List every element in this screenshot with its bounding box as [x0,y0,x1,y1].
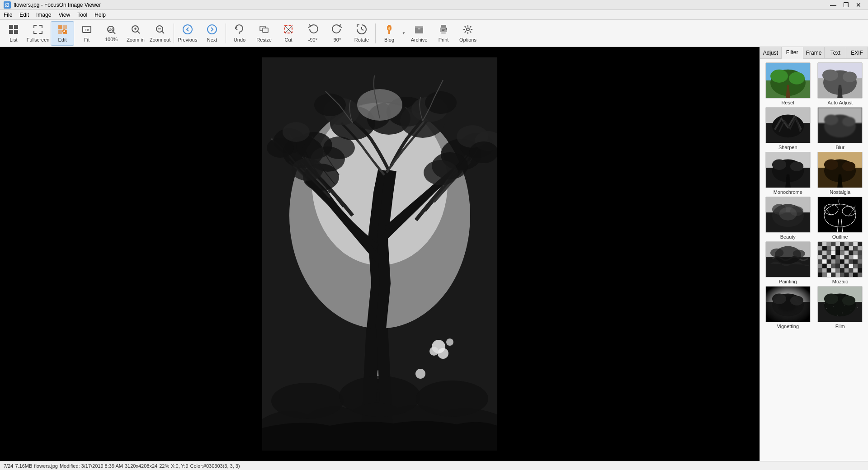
filter-film[interactable]: Film [816,286,865,329]
blog-dropdown-button[interactable]: ▼ [401,21,406,46]
svg-line-17 [137,31,140,33]
svg-point-61 [469,141,497,163]
close-button[interactable]: ✕ [853,0,864,10]
image-display[interactable] [262,57,497,451]
previous-label: Previous [178,38,198,42]
filter-film-thumb [817,286,863,322]
svg-line-21 [162,31,164,33]
svg-rect-154 [854,251,858,255]
filter-painting[interactable]: Painting [764,241,812,284]
svg-rect-197 [822,273,827,277]
svg-rect-184 [854,264,858,268]
edit-button[interactable]: Edit [51,21,74,46]
svg-point-98 [824,115,838,125]
svg-point-103 [772,160,786,170]
filter-vignetting[interactable]: Vignetting [764,286,812,329]
filter-auto-adjust[interactable]: Auto Adjust [816,62,865,105]
rotate-right-label: 90° [334,38,341,42]
menu-view[interactable]: View [55,10,74,19]
svg-rect-178 [827,264,831,268]
filter-beauty-name: Beauty [780,234,796,240]
svg-rect-34 [415,26,423,28]
rotate-icon [356,24,367,37]
svg-rect-187 [822,268,827,273]
tab-adjust[interactable]: Adjust [760,47,782,58]
filter-outline[interactable]: Outline [816,197,865,240]
svg-rect-140 [836,246,840,251]
filter-mozaic[interactable]: Mozaic [816,241,865,284]
rotate-left-button[interactable]: -90° [301,21,325,46]
svg-rect-141 [840,246,844,251]
cut-button[interactable]: Cut [277,21,300,46]
image-viewer[interactable] [0,47,760,461]
menu-image[interactable]: Image [33,10,55,19]
svg-rect-160 [836,255,840,259]
menu-edit[interactable]: Edit [16,10,33,19]
print-button[interactable]: Print [432,21,455,46]
svg-rect-26 [263,28,268,33]
print-label: Print [439,38,449,42]
svg-point-224 [837,315,838,315]
zoomout-label: Zoom out [150,38,170,42]
archive-button[interactable]: Archive [407,21,431,46]
svg-rect-192 [844,268,849,273]
svg-point-86 [789,72,805,84]
menu-help[interactable]: Help [91,10,109,19]
edit-icon [57,24,68,37]
fit-icon: Fit [81,24,92,37]
filter-reset[interactable]: Reset [764,62,812,105]
svg-point-115 [779,207,797,220]
undo-button[interactable]: Undo [228,21,251,46]
fullscreen-button[interactable]: Fullscreen [26,21,50,46]
app-icon: 🖼 [4,1,11,9]
svg-rect-190 [836,268,840,273]
rotate-right-button[interactable]: 90° [326,21,349,46]
svg-rect-145 [858,246,862,251]
svg-rect-135 [858,242,862,246]
svg-point-216 [842,296,855,305]
svg-rect-204 [854,273,858,277]
filter-blur[interactable]: Blur [816,107,865,150]
tab-filter[interactable]: Filter [782,47,803,59]
minimize-button[interactable]: — [827,0,839,10]
svg-rect-198 [827,273,831,277]
svg-rect-143 [849,246,854,251]
maximize-button[interactable]: ❐ [840,0,852,10]
filter-sharpen[interactable]: Sharpen [764,107,812,150]
filter-monochrome[interactable]: Monochrome [764,152,812,195]
previous-button[interactable]: Previous [176,21,199,46]
zoom100-button[interactable]: 100 100% [99,21,123,46]
svg-rect-181 [840,264,844,268]
status-modified: Modified: 3/17/2019 8:39 AM [60,463,123,469]
svg-point-74 [429,347,439,356]
svg-rect-147 [822,251,827,255]
tab-text[interactable]: Text [825,47,846,58]
rotate-button[interactable]: Rotate [350,21,373,46]
zoomin-button[interactable]: Zoom in [124,21,147,46]
svg-rect-39 [442,29,445,30]
svg-rect-166 [818,259,823,264]
svg-rect-155 [858,251,862,255]
svg-rect-150 [836,251,840,255]
resize-button[interactable]: Resize [252,21,276,46]
next-button[interactable]: Next [200,21,224,46]
blog-button[interactable]: Blog [377,21,401,46]
filter-nostalgia[interactable]: Nostalgia [816,152,865,195]
svg-line-14 [113,32,115,34]
previous-icon [182,24,193,37]
zoomout-button[interactable]: Zoom out [148,21,172,46]
svg-point-219 [842,313,843,314]
menu-file[interactable]: File [0,10,16,19]
options-button[interactable]: Options [456,21,480,46]
zoomin-icon [130,24,141,37]
right-panel: Adjust Filter Frame Text EXIF [760,47,868,461]
menu-tool[interactable]: Tool [74,10,91,19]
list-button[interactable]: List [2,21,25,46]
fit-button[interactable]: Fit Fit [75,21,99,46]
filter-beauty[interactable]: Beauty [764,197,812,240]
svg-rect-186 [818,268,823,273]
tab-exif[interactable]: EXIF [846,47,868,58]
svg-point-59 [424,160,458,185]
svg-rect-37 [440,28,447,32]
tab-frame[interactable]: Frame [803,47,825,58]
